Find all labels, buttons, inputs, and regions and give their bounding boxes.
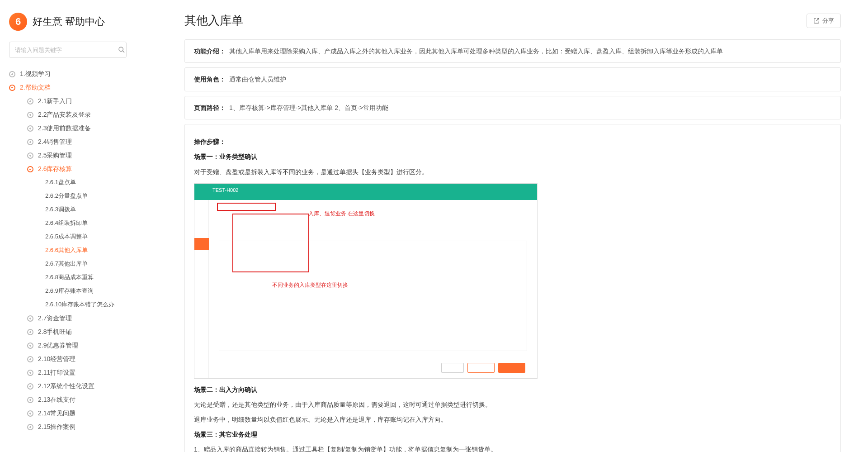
role-label: 使用角色：: [194, 76, 226, 83]
nav-label: 2.12系统个性化设置: [38, 382, 94, 390]
nav-label: 2.9优惠券管理: [38, 342, 78, 349]
nav-label: 2.6.6其他入库单: [45, 247, 88, 253]
nav-item-2-3[interactable]: 2.3使用前数据准备: [9, 121, 130, 135]
search-icon: [118, 46, 125, 53]
nav-label: 2.11打印设置: [38, 369, 75, 376]
shot-save-btn: [498, 363, 525, 373]
nav-item-2-13[interactable]: 2.13在线支付: [9, 393, 130, 406]
nav-item-2-6-8[interactable]: 2.6.8商品成本重算: [9, 271, 130, 284]
svg-line-1: [123, 51, 124, 52]
nav-item-2-12[interactable]: 2.12系统个性化设置: [9, 379, 130, 393]
nav-label: 2.帮助文档: [20, 84, 51, 91]
nav-item-2-6-2[interactable]: 2.6.2分量盘点单: [9, 189, 130, 203]
shot-active-nav: [194, 238, 209, 250]
share-icon: [813, 18, 820, 24]
nav-item-2-9[interactable]: 2.9优惠券管理: [9, 338, 130, 352]
nav-item-2-10[interactable]: 2.10经营管理: [9, 352, 130, 366]
sidebar: 6 好生意 帮助中心 1.视频学习 2.帮助文档 2.1新手入门 2.2产品安装…: [0, 0, 139, 452]
scene2-title: 场景二：出入方向确认: [194, 384, 831, 395]
nav-label: 2.14常见问题: [38, 409, 75, 417]
plus-icon: [27, 424, 33, 430]
nav-item-2-6-6[interactable]: 2.6.6其他入库单: [9, 243, 130, 257]
nav-item-2-6[interactable]: 2.6库存核算: [9, 162, 130, 176]
shot-draft-btn: [467, 363, 495, 373]
plus-icon: [27, 383, 33, 390]
nav-label: 2.5采购管理: [38, 152, 72, 159]
plus-icon: [27, 139, 33, 145]
nav-item-2-6-3[interactable]: 2.6.3调拨单: [9, 203, 130, 216]
shot-header: [194, 184, 537, 200]
main-content: 其他入库单 分享 功能介绍：其他入库单用来处理除采购入库、产成品入库之外的其他入…: [139, 0, 868, 452]
path-label: 页面路径：: [194, 104, 226, 111]
share-button[interactable]: 分享: [807, 14, 841, 28]
brand-row: 6 好生意 帮助中心: [9, 13, 130, 31]
intro-text: 其他入库单用来处理除采购入库、产成品入库之外的其他入库业务，因此其他入库单可处理…: [229, 48, 723, 55]
brand-logo: 6: [9, 13, 27, 31]
nav-label: 1.视频学习: [20, 70, 51, 77]
nav-item-2-6-9[interactable]: 2.6.9库存账本查询: [9, 284, 130, 298]
nav-label: 2.3使用前数据准备: [38, 124, 91, 132]
nav-label: 2.6.7其他出库单: [45, 260, 88, 267]
minus-icon: [27, 166, 33, 172]
plus-icon: [27, 125, 33, 132]
nav-tree: 1.视频学习 2.帮助文档 2.1新手入门 2.2产品安装及登录 2.3使用前数…: [9, 67, 130, 433]
plus-icon: [27, 112, 33, 118]
scene3-title: 场景三：其它业务处理: [194, 429, 831, 440]
minus-icon: [9, 85, 15, 91]
nav-label: 2.6.5成本调整单: [45, 233, 88, 240]
plus-icon: [27, 98, 33, 105]
nav-label: 2.10经营管理: [38, 355, 75, 362]
shot-table: [219, 241, 527, 351]
plus-icon: [27, 410, 33, 417]
share-label: 分享: [822, 17, 834, 25]
svg-point-0: [119, 47, 123, 51]
plus-icon: [27, 356, 33, 362]
annotation-text-1: 入库、退货业务 在这里切换: [308, 210, 375, 218]
nav-item-2-11[interactable]: 2.11打印设置: [9, 366, 130, 379]
nav-label: 2.6.8商品成本重算: [45, 274, 94, 281]
nav-item-2-1[interactable]: 2.1新手入门: [9, 94, 130, 108]
screenshot-image: TEST-H002 入库、退货业务 在这里切换 不同业务的入库类型在这里切换: [194, 183, 538, 379]
nav-label: 2.6.2分量盘点单: [45, 192, 88, 199]
plus-icon: [27, 343, 33, 349]
plus-icon: [27, 329, 33, 335]
nav-label: 2.4销售管理: [38, 138, 72, 145]
nav-item-2-7[interactable]: 2.7资金管理: [9, 311, 130, 325]
intro-label: 功能介绍：: [194, 48, 226, 55]
nav-label: 2.6.3调拨单: [45, 206, 76, 213]
nav-item-2-2[interactable]: 2.2产品安装及登录: [9, 108, 130, 121]
nav-item-2-6-10[interactable]: 2.6.10库存账本错了怎么办: [9, 298, 130, 311]
shot-cancel-btn: [441, 363, 464, 373]
nav-label: 2.1新手入门: [38, 97, 72, 105]
nav-item-docs[interactable]: 2.帮助文档: [9, 81, 130, 94]
nav-item-2-5[interactable]: 2.5采购管理: [9, 148, 130, 162]
nav-label: 2.6库存核算: [38, 165, 72, 172]
plus-icon: [9, 71, 15, 77]
role-panel: 使用角色：通常由仓管人员维护: [184, 67, 841, 91]
nav-item-2-6-1[interactable]: 2.6.1盘点单: [9, 176, 130, 189]
nav-item-video[interactable]: 1.视频学习: [9, 67, 130, 81]
nav-item-2-8[interactable]: 2.8手机旺铺: [9, 325, 130, 338]
nav-item-2-6-4[interactable]: 2.6.4组装拆卸单: [9, 216, 130, 230]
nav-item-2-15[interactable]: 2.15操作案例: [9, 420, 130, 433]
nav-label: 2.6.1盘点单: [45, 179, 76, 186]
nav-item-2-14[interactable]: 2.14常见问题: [9, 406, 130, 420]
scene1-text: 对于受赠、盘盈或是拆装入库等不同的业务，是通过单据头【业务类型】进行区分。: [194, 167, 831, 178]
nav-label: 2.15操作案例: [38, 423, 75, 430]
scene2-text2: 退库业务中，明细数量均以负值红色展示。无论是入库还是退库，库存账均记在入库方向。: [194, 414, 831, 425]
nav-label: 2.6.9库存账本查询: [45, 287, 94, 294]
nav-label: 2.7资金管理: [38, 314, 72, 322]
nav-item-2-6-7[interactable]: 2.6.7其他出库单: [9, 257, 130, 271]
role-text: 通常由仓管人员维护: [229, 76, 286, 83]
nav-label: 2.13在线支付: [38, 396, 75, 403]
nav-label: 2.8手机旺铺: [38, 328, 72, 335]
nav-item-2-4[interactable]: 2.4销售管理: [9, 135, 130, 148]
path-panel: 页面路径：1、库存核算->库存管理->其他入库单 2、首页->常用功能: [184, 96, 841, 119]
shot-body: 入库、退货业务 在这里切换 不同业务的入库类型在这里切换: [209, 200, 537, 378]
search-input[interactable]: [9, 42, 127, 58]
scene1-title: 场景一：业务类型确认: [194, 151, 831, 162]
title-row: 其他入库单 分享: [184, 13, 841, 29]
plus-icon: [27, 370, 33, 376]
scene2-text1: 无论是受赠，还是其他类型的业务，由于入库商品质量等原因，需要退回，这时可通过单据…: [194, 399, 831, 410]
nav-item-2-6-5[interactable]: 2.6.5成本调整单: [9, 230, 130, 243]
